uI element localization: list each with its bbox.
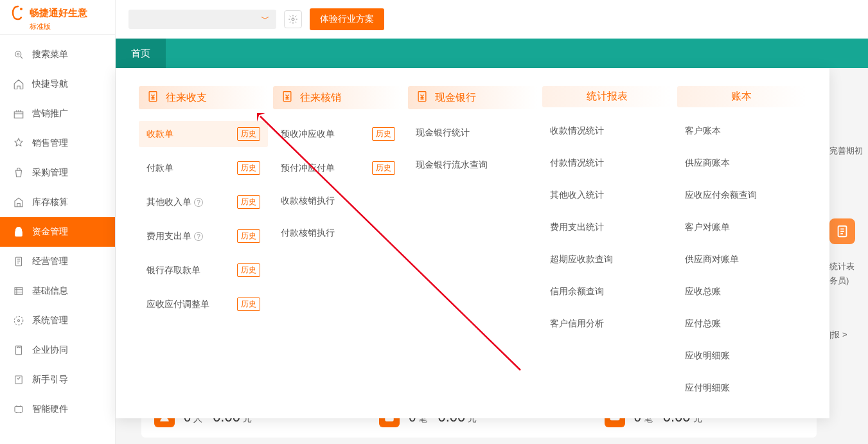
flyout-item-label: 其他收入统计 <box>550 190 604 201</box>
flyout-item-label: 付款核销执行 <box>281 227 335 239</box>
history-badge[interactable]: 历史 <box>237 195 260 209</box>
flyout-list: 客户账本供应商账本应收应付余额查询客户对账单供应商对账单应收总账应付总账应收明细… <box>677 119 806 400</box>
sidebar-item-10[interactable]: 企业协同 <box>0 335 115 365</box>
flyout-item[interactable]: 费用支出单?历史 <box>139 223 268 249</box>
history-badge[interactable]: 历史 <box>372 161 395 175</box>
flyout-item[interactable]: 供应商账本 <box>677 151 806 175</box>
flyout-item[interactable]: 客户账本 <box>677 119 806 143</box>
flyout-item[interactable]: 应收应付余额查询 <box>677 183 806 208</box>
sidebar-item-0[interactable]: 搜索菜单 <box>0 40 115 69</box>
svg-point-2 <box>17 53 19 55</box>
flyout-item[interactable]: 银行存取款单历史 <box>139 257 268 283</box>
flyout-item[interactable]: 预收冲应收单历史 <box>273 121 402 147</box>
sidebar-item-5[interactable]: 库存核算 <box>0 188 115 217</box>
flyout-item-label: 应收总账 <box>685 286 721 297</box>
history-badge[interactable]: 历史 <box>237 297 260 311</box>
flyout-item-label: 费用支出单? <box>146 231 203 242</box>
flyout-item[interactable]: 付款情况统计 <box>542 151 671 175</box>
sidebar-item-12[interactable]: 智能硬件 <box>0 395 115 424</box>
sidebar-item-11[interactable]: 新手引导 <box>0 365 115 395</box>
flyout-item[interactable]: 应收应付调整单历史 <box>139 291 268 317</box>
flyout-item[interactable]: 信用余额查询 <box>542 280 671 304</box>
logo-area: 畅捷通好生意 标准版 <box>0 0 115 35</box>
document-icon <box>835 224 849 238</box>
flyout-item-label: 客户对账单 <box>685 222 730 233</box>
flyout-item[interactable]: 收款单历史 <box>139 121 268 147</box>
flyout-item[interactable]: 现金银行统计 <box>408 121 537 145</box>
flyout-item[interactable]: 应付总账 <box>677 312 806 336</box>
flyout-item-label: 预付冲应付单 <box>281 163 335 174</box>
flyout-item[interactable]: 收款核销执行 <box>273 189 402 213</box>
flyout-item-label: 付款情况统计 <box>550 157 604 169</box>
history-badge[interactable]: 历史 <box>372 127 395 141</box>
flyout-item[interactable]: 应收总账 <box>677 280 806 304</box>
sidebar-item-1[interactable]: 快捷导航 <box>0 69 115 99</box>
sidebar-item-label: 库存核算 <box>32 197 68 208</box>
right-quick-button[interactable] <box>829 218 855 244</box>
org-dropdown[interactable]: ﹀ <box>128 10 276 29</box>
flyout-item[interactable]: 付款核销执行 <box>273 221 402 245</box>
tab-home[interactable]: 首页 <box>116 39 166 68</box>
flyout-column-4: 账本客户账本供应商账本应收应付余额查询客户对账单供应商对账单应收总账应付总账应收… <box>677 86 806 400</box>
flyout-item-label: 应收应付余额查询 <box>685 190 757 201</box>
flyout-item[interactable]: 客户信用分析 <box>542 312 671 336</box>
flyout-item[interactable]: 应收明细账 <box>677 344 806 368</box>
flyout-item[interactable]: 预付冲应付单历史 <box>273 155 402 181</box>
history-badge[interactable]: 历史 <box>237 127 260 141</box>
sidebar-item-label: 资金管理 <box>32 226 68 238</box>
right-hint-sales: 务员) <box>829 275 849 287</box>
flyout-item[interactable]: 应付明细账 <box>677 376 806 400</box>
flyout-item[interactable]: 费用支出统计 <box>542 215 671 240</box>
flyout-item[interactable]: 现金银行流水查询 <box>408 153 537 177</box>
sidebar-item-8[interactable]: 基础信息 <box>0 276 115 306</box>
flyout-item-label: 其他收入单? <box>146 197 203 208</box>
svg-rect-12 <box>15 407 22 413</box>
flyout-item-label: 信用余额查询 <box>550 286 604 297</box>
sidebar-icon-4 <box>13 167 24 179</box>
main-area: ﹀ 体验行业方案 首页 往来收支收款单历史付款单历史其他收入单?历史费用支出单?… <box>116 0 868 444</box>
sidebar-item-label: 搜索菜单 <box>32 49 68 60</box>
sidebar-item-4[interactable]: 采购管理 <box>0 158 115 188</box>
flyout-column-3: 统计报表收款情况统计付款情况统计其他收入统计费用支出统计超期应收款查询信用余额查… <box>542 86 671 400</box>
flyout-list: 收款情况统计付款情况统计其他收入统计费用支出统计超期应收款查询信用余额查询客户信… <box>542 119 671 336</box>
chevron-down-icon: ﹀ <box>261 13 270 25</box>
flyout-item[interactable]: 供应商对账单 <box>677 247 806 272</box>
history-badge[interactable]: 历史 <box>237 263 260 277</box>
flyout-item[interactable]: 超期应收款查询 <box>542 247 671 272</box>
flyout-item-label: 应付总账 <box>685 318 721 330</box>
sidebar-item-label: 系统管理 <box>32 315 68 326</box>
sidebar-item-9[interactable]: 系统管理 <box>0 306 115 335</box>
settings-button[interactable] <box>284 10 302 28</box>
right-hint-stat: 统计表 <box>829 261 855 272</box>
sidebar-icon-2 <box>13 108 24 120</box>
flyout-item-label: 费用支出统计 <box>550 222 604 233</box>
sidebar-item-label: 采购管理 <box>32 167 68 179</box>
flyout-item-label: 供应商对账单 <box>685 254 739 265</box>
sidebar-item-label: 新手引导 <box>32 374 68 386</box>
svg-point-9 <box>18 320 20 322</box>
flyout-item[interactable]: 其他收入单?历史 <box>139 189 268 215</box>
history-badge[interactable]: 历史 <box>237 161 260 175</box>
sidebar-item-6[interactable]: 资金管理 <box>0 217 115 247</box>
sidebar-item-label: 快捷导航 <box>32 78 68 90</box>
sidebar-item-7[interactable]: 经营管理 <box>0 247 115 276</box>
flyout-column-header: 往来核销 <box>273 86 402 109</box>
flyout-column-title: 现金银行 <box>435 91 476 105</box>
sidebar-item-3[interactable]: 销售管理 <box>0 129 115 158</box>
help-icon[interactable]: ? <box>194 232 203 241</box>
help-icon[interactable]: ? <box>194 198 203 207</box>
flyout-item-label: 收款情况统计 <box>550 125 604 137</box>
flyout-item-label: 预收冲应收单 <box>281 129 335 140</box>
flyout-item[interactable]: 其他收入统计 <box>542 183 671 208</box>
right-hint-perfect: 完善期初 <box>829 145 863 157</box>
svg-point-1 <box>15 51 21 57</box>
right-hint-strip: 完善期初 统计表 务员) |报 > <box>829 139 868 341</box>
flyout-item-label: 供应商账本 <box>685 157 730 169</box>
flyout-item[interactable]: 客户对账单 <box>677 215 806 240</box>
history-badge[interactable]: 历史 <box>237 229 260 243</box>
cta-button[interactable]: 体验行业方案 <box>310 8 384 30</box>
sidebar-icon-11 <box>13 374 24 386</box>
flyout-item[interactable]: 付款单历史 <box>139 155 268 181</box>
sidebar-item-2[interactable]: 营销推广 <box>0 99 115 129</box>
flyout-item[interactable]: 收款情况统计 <box>542 119 671 143</box>
